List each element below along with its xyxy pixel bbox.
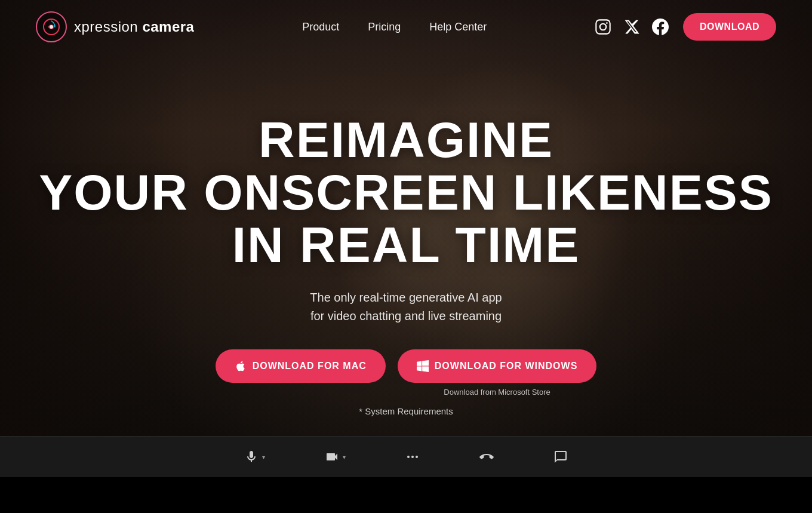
- camera-chevron: ▾: [343, 454, 346, 460]
- system-requirements-link[interactable]: * System Requirements: [359, 406, 453, 416]
- toolbar-more[interactable]: [405, 450, 420, 464]
- bottom-toolbar: ▾ ▾: [0, 436, 812, 477]
- more-icon: [405, 450, 420, 464]
- svg-point-6: [411, 456, 414, 458]
- social-icons: [595, 19, 669, 35]
- toolbar-end-call[interactable]: [479, 450, 494, 464]
- nav-pricing[interactable]: Pricing: [368, 21, 401, 33]
- mic-icon: [244, 450, 259, 464]
- download-windows-button[interactable]: DOWNLOAD FOR WINDOWS: [398, 349, 597, 383]
- chat-icon: [553, 450, 568, 464]
- logo-link[interactable]: xpression camera: [36, 11, 194, 42]
- svg-point-7: [416, 456, 418, 458]
- bottom-black-strip: [0, 477, 812, 513]
- windows-button-wrapper: DOWNLOAD FOR WINDOWS Download from Micro…: [398, 349, 597, 397]
- svg-point-3: [600, 24, 607, 30]
- toolbar-chat[interactable]: [553, 450, 568, 464]
- logo-text: xpression camera: [74, 19, 194, 35]
- end-call-icon: [479, 450, 494, 464]
- hero-buttons: DOWNLOAD FOR MAC DOWNLOAD FOR WINDOWS Do…: [216, 349, 597, 397]
- camera-icon: [325, 450, 339, 464]
- twitter-icon[interactable]: [623, 19, 640, 35]
- navbar: xpression camera Product Pricing Help Ce…: [0, 0, 812, 54]
- download-mac-button[interactable]: DOWNLOAD FOR MAC: [216, 349, 386, 383]
- hero-title: REIMAGINE YOUR ONSCREEN LIKENESS IN REAL…: [39, 113, 773, 272]
- hero-section: xpression camera Product Pricing Help Ce…: [0, 0, 812, 436]
- microsoft-store-text: Download from Microsoft Store: [444, 388, 550, 397]
- windows-icon: [417, 360, 429, 372]
- logo-icon: [36, 11, 67, 42]
- svg-rect-2: [596, 20, 610, 33]
- hero-subtitle: The only real-time generative AI app for…: [310, 288, 502, 325]
- svg-point-4: [606, 22, 608, 24]
- nav-links: Product Pricing Help Center: [302, 21, 487, 33]
- hero-content: REIMAGINE YOUR ONSCREEN LIKENESS IN REAL…: [0, 54, 812, 416]
- svg-point-5: [407, 456, 410, 458]
- toolbar-camera[interactable]: ▾: [325, 450, 346, 464]
- mic-chevron: ▾: [262, 454, 265, 460]
- nav-download-button[interactable]: DOWNLOAD: [683, 13, 776, 41]
- instagram-icon[interactable]: [595, 19, 611, 35]
- nav-product[interactable]: Product: [302, 21, 339, 33]
- apple-icon: [235, 360, 247, 372]
- nav-help-center[interactable]: Help Center: [429, 21, 487, 33]
- toolbar-mic[interactable]: ▾: [244, 450, 265, 464]
- svg-point-1: [50, 25, 53, 29]
- facebook-icon[interactable]: [652, 19, 669, 35]
- nav-right: DOWNLOAD: [595, 13, 776, 41]
